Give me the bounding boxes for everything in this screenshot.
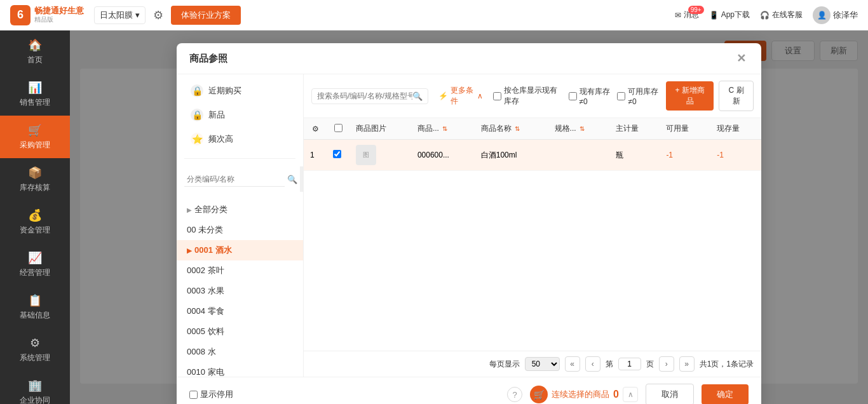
cat-item-0004[interactable]: 0004 零食 xyxy=(177,301,303,321)
checkbox-usable-input[interactable] xyxy=(617,92,625,100)
footer-cart-area: ? 🛒 连续选择的商品 0 ∧ 取消 确定 xyxy=(507,384,749,404)
more-filter-button[interactable]: ⚡ 更多条件 ∧ xyxy=(433,83,488,109)
col-spec[interactable]: 规格... ⇅ xyxy=(548,118,609,140)
user-name: 徐泽华 xyxy=(833,10,858,21)
confirm-button[interactable]: 确定 xyxy=(702,384,749,404)
settings-icon[interactable]: ⚙ xyxy=(153,8,163,22)
help-button[interactable]: ? xyxy=(507,387,522,402)
chevron-down-icon: ▾ xyxy=(135,10,140,20)
store-selector[interactable]: 日太阳膜 ▾ xyxy=(94,6,146,24)
sidebar-label-enterprise: 企业协同 xyxy=(20,395,50,404)
cell-image: 图 xyxy=(349,140,411,171)
sidebar-item-finance[interactable]: 💰 资金管理 xyxy=(0,201,70,243)
cell-available: -1 xyxy=(660,140,710,171)
sidebar-label-home: 首页 xyxy=(27,55,43,65)
cart-collapse-button[interactable]: ∧ xyxy=(623,387,638,402)
tab-frequent[interactable]: ⭐ 频次高 xyxy=(184,128,295,151)
cat-item-0001[interactable]: ▶ 0001 酒水 xyxy=(177,240,303,260)
add-product-button[interactable]: + 新增商品 xyxy=(666,81,714,111)
sidebar-item-home[interactable]: 🏠 首页 xyxy=(0,30,70,73)
cart-label: 连续选择的商品 xyxy=(552,389,609,400)
sidebar-item-operations[interactable]: 📈 经营管理 xyxy=(0,243,70,286)
sort-spec-icon: ⇅ xyxy=(580,125,585,132)
cat-label-0005: 0005 饮料 xyxy=(187,326,224,337)
modal-footer: 显示停用 ? 🛒 连续选择的商品 0 ∧ 取消 确定 xyxy=(177,377,761,404)
col-code-label: 商品... xyxy=(417,124,439,133)
checkbox-usable-stock[interactable]: 可用库存≠0 xyxy=(617,86,661,106)
category-search-input[interactable] xyxy=(184,172,285,187)
cell-no: 1 xyxy=(304,140,327,171)
user-area[interactable]: 👤 徐泽华 xyxy=(813,6,858,24)
cat-item-0008[interactable]: 0008 水 xyxy=(177,342,303,362)
product-search-icon[interactable]: 🔍 xyxy=(412,91,423,101)
logo-icon: 6 xyxy=(10,5,31,25)
refresh-button[interactable]: C 刷新 xyxy=(719,81,754,111)
filter-label: 更多条件 xyxy=(451,85,475,107)
tab-new[interactable]: 🔒 新品 xyxy=(184,104,295,126)
product-image: 图 xyxy=(356,145,376,165)
app-download-item[interactable]: 📱 App下载 xyxy=(709,10,750,20)
cell-name: 白酒100ml xyxy=(475,140,548,171)
col-name[interactable]: 商品名称 ⇅ xyxy=(475,118,548,140)
right-panel: 🔍 ⚡ 更多条件 ∧ 按仓库显示现有库存 xyxy=(304,74,761,377)
trial-btn[interactable]: 体验行业方案 xyxy=(171,6,241,25)
sidebar-label-purchase: 采购管理 xyxy=(20,140,50,151)
cat-item-0003[interactable]: 0003 水果 xyxy=(177,281,303,301)
table-row[interactable]: 1 图 000600... 白酒100ml xyxy=(304,140,761,171)
cat-item-0002[interactable]: 0002 茶叶 xyxy=(177,260,303,281)
cat-item-00[interactable]: 00 未分类 xyxy=(177,220,303,240)
cart-icon: 🛒 xyxy=(530,386,548,403)
basic-icon: 📋 xyxy=(28,293,42,307)
sidebar-item-sales[interactable]: 📊 销售管理 xyxy=(0,73,70,116)
per-page-select[interactable]: 50 10 20 100 xyxy=(525,357,560,371)
cat-label-00: 00 未分类 xyxy=(187,224,223,236)
cat-label-0003: 0003 水果 xyxy=(187,285,224,297)
sidebar-item-purchase[interactable]: 🛒 采购管理 xyxy=(0,116,70,158)
message-item[interactable]: ✉ 消息 99+ xyxy=(675,10,699,20)
show-disabled-checkbox[interactable]: 显示停用 xyxy=(189,389,233,400)
purchase-icon: 🛒 xyxy=(28,123,42,137)
sidebar-item-system[interactable]: ⚙ 系统管理 xyxy=(0,328,70,371)
select-all-checkbox[interactable] xyxy=(334,124,342,132)
modal-close-button[interactable]: ✕ xyxy=(733,51,749,66)
cell-checkbox[interactable] xyxy=(327,140,349,171)
cell-stock: -1 xyxy=(710,140,761,171)
logo-text: 畅捷通好生意 xyxy=(34,6,84,16)
sidebar-label-system: 系统管理 xyxy=(20,353,50,363)
row-checkbox[interactable] xyxy=(333,150,341,158)
sales-icon: 📊 xyxy=(28,81,42,95)
product-search-input[interactable] xyxy=(317,91,412,100)
checkbox-warehouse-stock[interactable]: 按仓库显示现有库存 xyxy=(493,85,563,107)
show-disabled-input[interactable] xyxy=(189,391,198,399)
sidebar-item-enterprise[interactable]: 🏢 企业协同 xyxy=(0,371,70,404)
online-service-item[interactable]: 🎧 在线客服 xyxy=(760,10,803,20)
page-first-button[interactable]: « xyxy=(565,356,580,372)
enterprise-icon: 🏢 xyxy=(28,379,42,393)
cat-item-0010[interactable]: 0010 家电 xyxy=(177,362,303,377)
checkbox-available-input[interactable] xyxy=(569,92,577,100)
message-badge: 99+ xyxy=(688,6,704,14)
online-service-label: 在线客服 xyxy=(772,10,803,20)
store-name: 日太阳膜 xyxy=(100,10,133,21)
sidebar-item-inventory[interactable]: 📦 库存核算 xyxy=(0,158,70,201)
page-number-input[interactable] xyxy=(618,358,641,370)
category-search-icon[interactable]: 🔍 xyxy=(287,175,297,184)
page-prev-button[interactable]: ‹ xyxy=(585,356,600,372)
sidebar-label-inventory: 库存核算 xyxy=(20,182,50,193)
cat-item-0005[interactable]: 0005 饮料 xyxy=(177,321,303,342)
inventory-icon: 📦 xyxy=(28,166,42,180)
pagination-bar: 每页显示 50 10 20 100 « ‹ 第 页 xyxy=(304,351,761,377)
home-icon: 🏠 xyxy=(28,38,42,52)
checkbox-available-stock[interactable]: 现有库存≠0 xyxy=(569,86,613,106)
tab-recent[interactable]: 🔒 近期购买 xyxy=(184,79,295,102)
col-code[interactable]: 商品... ⇅ xyxy=(411,118,475,140)
col-settings[interactable]: ⚙ xyxy=(304,118,327,140)
cancel-button[interactable]: 取消 xyxy=(646,384,694,404)
cat-item-all[interactable]: ▶ 全部分类 xyxy=(177,199,303,220)
page-last-button[interactable]: » xyxy=(679,356,695,372)
logo-area: 6 畅捷通好生意 精品版 xyxy=(10,5,86,25)
checkbox-warehouse-input[interactable] xyxy=(493,92,501,100)
sidebar-item-basic[interactable]: 📋 基础信息 xyxy=(0,286,70,328)
sidebar-label-basic: 基础信息 xyxy=(20,310,50,321)
page-next-button[interactable]: › xyxy=(659,356,674,372)
